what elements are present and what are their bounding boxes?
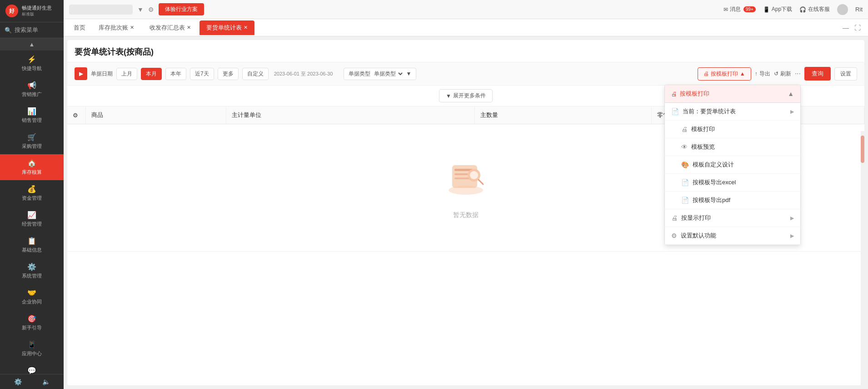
sidebar-item-purchase[interactable]: 🛒 采购管理 bbox=[0, 128, 64, 154]
export-btn[interactable]: ↑ 导出 bbox=[755, 70, 770, 78]
minimize-btn[interactable]: — bbox=[841, 22, 851, 33]
tabs-right: — ⛶ bbox=[841, 22, 863, 33]
date-btn-this-month[interactable]: 本月 bbox=[141, 68, 162, 80]
quick-nav-icon: ⚡ bbox=[27, 55, 36, 64]
sidebar-item-system[interactable]: ⚙️ 系统管理 bbox=[0, 258, 64, 284]
sidebar-item-quick-nav[interactable]: ⚡ 快捷导航 bbox=[0, 51, 64, 76]
tab-order-stats-close[interactable]: ✕ bbox=[244, 25, 248, 30]
chevron-up-icon: ▲ bbox=[740, 71, 745, 77]
sidebar-search[interactable]: 🔍 搜索菜单 bbox=[0, 22, 64, 38]
tab-order-stats[interactable]: 要货单统计表 ✕ bbox=[200, 20, 254, 35]
sidebar-item-app-center[interactable]: 📱 应用中心 bbox=[0, 336, 64, 362]
sidebar-item-collab[interactable]: 🤝 企业协同 bbox=[0, 284, 64, 310]
tab-home[interactable]: 首页 bbox=[69, 21, 90, 35]
export-pdf-icon: 📄 bbox=[681, 197, 689, 204]
sidebar-bottom: ⚙️ 🔈 bbox=[0, 374, 64, 389]
basics-icon: 📋 bbox=[27, 237, 36, 245]
type-select[interactable]: 单据类型 bbox=[372, 70, 404, 77]
dropdown-display-print[interactable]: 🖨 按显示打印 ▶ bbox=[665, 209, 800, 227]
message-btn[interactable]: ✉ 消息 99+ bbox=[723, 5, 756, 13]
type-select-wrapper[interactable]: 单据类型 单据类型 ▼ bbox=[344, 68, 416, 80]
date-btn-last-month[interactable]: 上月 bbox=[116, 68, 137, 80]
marketing-icon: 📢 bbox=[27, 81, 36, 90]
sidebar-item-marketing[interactable]: 📢 营销推广 bbox=[0, 76, 64, 102]
page-title: 要货单统计表(按商品) bbox=[75, 46, 857, 57]
toolbar-expand-btn[interactable]: ▶ bbox=[75, 67, 87, 80]
dropdown-export-excel[interactable]: 📄 按模板导出excel bbox=[665, 174, 800, 192]
topbar: ▼ ⚙ 体验行业方案 ✉ 消息 99+ 📱 App下载 🎧 在线客服 Rit bbox=[64, 0, 868, 19]
speaker-icon[interactable]: 🔈 bbox=[42, 378, 50, 385]
sidebar-item-corp-wechat[interactable]: 💬 企业微信 bbox=[0, 362, 64, 374]
system-icon: ⚙️ bbox=[27, 263, 36, 271]
sidebar-item-operations[interactable]: 📈 经营管理 bbox=[0, 206, 64, 232]
app-download-btn[interactable]: 📱 App下载 bbox=[763, 5, 792, 13]
scrollbar-thumb bbox=[861, 136, 864, 163]
settings-gear-icon[interactable]: ⚙ bbox=[148, 6, 154, 13]
more-options-btn[interactable]: ··· bbox=[795, 70, 801, 78]
right-scrollbar[interactable] bbox=[861, 131, 864, 385]
corp-wechat-icon: 💬 bbox=[27, 366, 36, 374]
sidebar-item-inventory[interactable]: 🏠 库存核算 bbox=[0, 154, 64, 180]
message-badge: 99+ bbox=[743, 6, 756, 12]
trial-btn[interactable]: 体验行业方案 bbox=[159, 3, 204, 15]
refresh-icon: ↺ bbox=[774, 71, 778, 77]
template-design-icon: 🎨 bbox=[681, 161, 689, 168]
print-btn-wrapper: 🖨 按模板打印 ▲ bbox=[698, 67, 751, 81]
print-template-btn[interactable]: 🖨 按模板打印 ▲ bbox=[698, 67, 751, 81]
dropdown-template-preview[interactable]: 👁 模板预览 bbox=[665, 138, 800, 156]
app-center-icon: 📱 bbox=[27, 340, 36, 349]
dropdown-close-btn[interactable]: ▲ bbox=[788, 90, 794, 97]
printer-icon: 🖨 bbox=[703, 71, 709, 77]
default-func-chevron: ▶ bbox=[790, 233, 794, 239]
settings-bottom-icon[interactable]: ⚙️ bbox=[14, 378, 22, 385]
svg-line-7 bbox=[479, 180, 483, 184]
date-btn-custom[interactable]: 自定义 bbox=[242, 68, 269, 80]
display-print-icon: 🖨 bbox=[671, 214, 678, 222]
gear-icon[interactable]: ▼ bbox=[137, 6, 144, 13]
refresh-btn[interactable]: ↺ 刷新 bbox=[774, 70, 791, 78]
settings-btn[interactable]: 设置 bbox=[834, 67, 857, 81]
content-header: 要货单统计表(按商品) bbox=[67, 40, 864, 62]
avatar[interactable] bbox=[837, 4, 848, 15]
tab-receivable-summary-close[interactable]: ✕ bbox=[187, 25, 191, 30]
toolbar-right-actions: 🖨 按模板打印 ▲ ↑ 导出 ↺ 刷新 ··· 查询 设置 bbox=[698, 67, 857, 81]
dropdown-default-func[interactable]: ⚙ 设置默认功能 ▶ bbox=[665, 227, 800, 245]
default-func-icon: ⚙ bbox=[671, 232, 677, 239]
tab-inventory-batch-close[interactable]: ✕ bbox=[130, 25, 134, 30]
date-btn-7days[interactable]: 近7天 bbox=[190, 68, 214, 80]
sidebar-item-newbie[interactable]: 🎯 新手引导 bbox=[0, 310, 64, 336]
dropdown-export-pdf[interactable]: 📄 按模板导出pdf bbox=[665, 192, 800, 209]
col-settings[interactable]: ⚙ bbox=[67, 106, 85, 124]
sidebar-nav: ▲ ⚡ 快捷导航 📢 营销推广 📊 销售管理 🛒 采购管理 🏠 库存核算 💰 资… bbox=[0, 38, 64, 374]
svg-point-6 bbox=[470, 171, 478, 179]
date-btn-this-year[interactable]: 本年 bbox=[165, 68, 186, 80]
dropdown-header: 🖨 按模板打印 ▲ bbox=[665, 85, 800, 103]
export-icon: ↑ bbox=[755, 71, 758, 77]
tab-inventory-batch[interactable]: 库存批次账 ✕ bbox=[92, 20, 141, 35]
message-icon: ✉ bbox=[723, 6, 728, 13]
topbar-right: ✉ 消息 99+ 📱 App下载 🎧 在线客服 Rit bbox=[723, 4, 863, 15]
topbar-search-input[interactable] bbox=[69, 5, 133, 15]
filter-toolbar: ▶ 单据日期 上月 本月 本年 近7天 更多 自定义 2023-06-01 至 … bbox=[67, 62, 864, 86]
print-dropdown: 🖨 按模板打印 ▲ 📄 当前：要货单统计表 ▶ 🖨 模板打印 bbox=[664, 85, 801, 245]
expand-more-btn[interactable]: ▼ 展开更多条件 bbox=[439, 89, 493, 102]
scroll-up-btn[interactable]: ▲ bbox=[0, 38, 64, 51]
maximize-btn[interactable]: ⛶ bbox=[853, 22, 863, 33]
dropdown-template-design[interactable]: 🎨 模板自定义设计 bbox=[665, 156, 800, 174]
dropdown-current-item[interactable]: 📄 当前：要货单统计表 ▶ bbox=[665, 103, 800, 121]
sidebar-item-basics[interactable]: 📋 基础信息 bbox=[0, 232, 64, 258]
date-btn-more[interactable]: 更多 bbox=[218, 68, 239, 80]
online-service-btn[interactable]: 🎧 在线客服 bbox=[799, 5, 830, 13]
query-btn[interactable]: 查询 bbox=[804, 67, 831, 81]
dropdown-template-print[interactable]: 🖨 模板打印 bbox=[665, 121, 800, 138]
export-excel-icon: 📄 bbox=[681, 179, 689, 186]
collab-icon: 🤝 bbox=[27, 288, 36, 297]
chevron-down-icon: ▼ bbox=[406, 71, 411, 77]
operations-icon: 📈 bbox=[27, 211, 36, 219]
template-print-icon: 🖨 bbox=[681, 126, 688, 133]
col-product: 商品 bbox=[85, 106, 226, 124]
sidebar-item-finance[interactable]: 💰 资金管理 bbox=[0, 180, 64, 206]
tab-receivable-summary[interactable]: 收发存汇总表 ✕ bbox=[143, 20, 198, 35]
sidebar-item-sales[interactable]: 📊 销售管理 bbox=[0, 102, 64, 128]
app-download-icon: 📱 bbox=[763, 6, 770, 13]
